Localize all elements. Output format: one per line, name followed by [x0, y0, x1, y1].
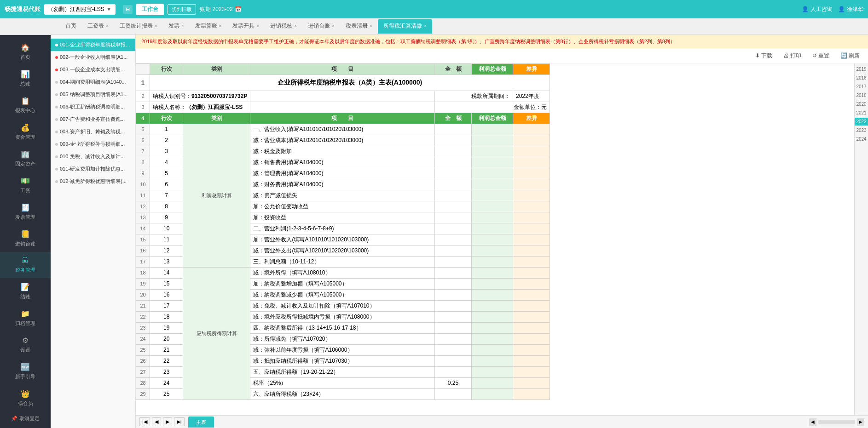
row-amount[interactable]: [435, 344, 472, 355]
prev-tab-button[interactable]: ◀: [152, 417, 161, 426]
row-amount[interactable]: [435, 146, 472, 157]
row-amount[interactable]: [435, 135, 472, 146]
row-amount[interactable]: [435, 223, 472, 234]
timeline-year-2021[interactable]: 2021: [855, 109, 868, 117]
row-amount[interactable]: [435, 289, 472, 300]
row-diff[interactable]: [513, 355, 550, 366]
row-item[interactable]: 减：境外所得（填写A108010）: [250, 267, 435, 278]
row-item[interactable]: 二、营业利润(1-2-3-4-5-6-7-8+9): [250, 223, 435, 234]
row-amount[interactable]: [435, 168, 472, 179]
workbench-button[interactable]: 工作台: [136, 4, 164, 15]
row-item[interactable]: 减：资产减值损失: [250, 190, 435, 201]
sidebar-item-8[interactable]: 🏛税务管理: [0, 252, 51, 278]
row-amount[interactable]: [435, 388, 472, 399]
close-tab-icon[interactable]: ×: [332, 23, 335, 29]
row-item[interactable]: 五、应纳税所得额（19-20-21-22）: [250, 366, 435, 377]
sub-sidebar-item-6[interactable]: 007-广告费和业务宣传费跑...: [51, 113, 135, 126]
close-tab-icon[interactable]: ×: [181, 23, 184, 29]
sub-sidebar-item-9[interactable]: 010-免税、减计收入及加计...: [51, 150, 135, 163]
sub-sidebar-item-11[interactable]: 012-减免所得税优惠明细表(...: [51, 175, 135, 188]
nav-tab[interactable]: 进销台账 ×: [302, 19, 340, 34]
row-diff[interactable]: [513, 212, 550, 223]
row-diff[interactable]: [513, 146, 550, 157]
row-diff[interactable]: [513, 311, 550, 322]
row-amount[interactable]: [435, 256, 472, 267]
cut-old-button[interactable]: 切到旧版: [168, 4, 196, 15]
row-item[interactable]: 减：纳税调整减少额（填写A105000）: [250, 289, 435, 300]
spreadsheet[interactable]: 行次 类别 项 目 全 额 利润总金额 差异 1企业所得税年度纳税申报表（A类）…: [136, 63, 854, 416]
sidebar-item-7[interactable]: 📒进销台账: [0, 225, 51, 252]
row-diff[interactable]: [513, 245, 550, 256]
row-amount[interactable]: [435, 333, 472, 344]
row-diff[interactable]: [513, 179, 550, 190]
row-diff[interactable]: [513, 201, 550, 212]
nav-tab[interactable]: 税表清册 ×: [340, 19, 378, 34]
row-diff[interactable]: [513, 135, 550, 146]
user-profile[interactable]: 👤 徐泽华: [838, 6, 863, 13]
row-item[interactable]: 减：销售费用(填写A104000): [250, 157, 435, 168]
row-profit[interactable]: [472, 157, 513, 168]
row-profit[interactable]: [472, 190, 513, 201]
download-button[interactable]: ⬇ 下载: [752, 51, 775, 61]
close-tab-icon[interactable]: ×: [424, 23, 427, 29]
row-amount[interactable]: [435, 267, 472, 278]
row-diff[interactable]: [513, 124, 550, 135]
row-amount[interactable]: [435, 190, 472, 201]
print-icon-btn[interactable]: ⊟: [123, 5, 133, 14]
row-profit[interactable]: [472, 146, 513, 157]
horizontal-scrollbar[interactable]: [818, 420, 855, 424]
sub-sidebar-item-1[interactable]: 002-一般企业收入明细表(A1...: [51, 51, 135, 63]
row-diff[interactable]: [513, 333, 550, 344]
row-profit[interactable]: [472, 322, 513, 333]
row-profit[interactable]: [472, 355, 513, 366]
row-profit[interactable]: [472, 278, 513, 289]
sub-sidebar-item-0[interactable]: 001-企业所得税年度纳税申报...: [51, 39, 135, 51]
row-item[interactable]: 减：税金及附加: [250, 146, 435, 157]
nav-tab[interactable]: 所得税汇算清缴 ×: [378, 19, 432, 34]
sidebar-item-4[interactable]: 🏢固定资产: [0, 145, 51, 172]
unpin-button[interactable]: 📌 取消固定: [0, 411, 51, 426]
sub-sidebar-item-4[interactable]: 005-纳税调整项目明细表(A1...: [51, 88, 135, 101]
nav-tab[interactable]: 发票开具 ×: [227, 19, 265, 34]
row-diff[interactable]: [513, 344, 550, 355]
nav-tab[interactable]: 进销税核 ×: [265, 19, 302, 34]
company-selector[interactable]: （勿删）江西服宝-LSS ▼: [44, 4, 116, 15]
nav-tab[interactable]: 首页: [60, 19, 82, 34]
sidebar-item-5[interactable]: 💵工资: [0, 172, 51, 199]
row-diff[interactable]: [513, 190, 550, 201]
row-profit[interactable]: [472, 168, 513, 179]
timeline-year-2016[interactable]: 2016: [855, 74, 868, 82]
sidebar-item-12[interactable]: 🆕新手引导: [0, 358, 51, 385]
row-item[interactable]: 减：境外应税所得抵减境内亏损（填写A108000）: [250, 311, 435, 322]
row-amount[interactable]: [435, 124, 472, 135]
sidebar-item-2[interactable]: 📋报表中心: [0, 92, 51, 119]
row-amount[interactable]: [435, 212, 472, 223]
row-profit[interactable]: [472, 124, 513, 135]
sub-sidebar-item-3[interactable]: 004-期间费用明细表(A1040...: [51, 76, 135, 88]
next-tab-button[interactable]: ▶: [163, 417, 172, 426]
row-amount[interactable]: [435, 355, 472, 366]
last-tab-button[interactable]: ▶|: [174, 417, 185, 426]
row-amount[interactable]: [435, 245, 472, 256]
row-diff[interactable]: [513, 300, 550, 311]
row-diff[interactable]: [513, 278, 550, 289]
row-profit[interactable]: [472, 245, 513, 256]
row-profit[interactable]: [472, 311, 513, 322]
sidebar-item-13[interactable]: 👑畅会员: [0, 385, 51, 411]
row-diff[interactable]: [513, 289, 550, 300]
row-amount[interactable]: [435, 322, 472, 333]
row-item[interactable]: 减：营业外支出(填写A102010\102020\103000): [250, 245, 435, 256]
reset-button[interactable]: ↺ 重置: [810, 51, 832, 61]
timeline-year-2023[interactable]: 2023: [855, 126, 868, 134]
refresh-button[interactable]: 🔄 刷新: [838, 51, 862, 61]
row-profit[interactable]: [472, 201, 513, 212]
nav-tab[interactable]: 发票算账 ×: [190, 19, 227, 34]
sidebar-item-10[interactable]: 📁归档管理: [0, 305, 51, 331]
row-amount[interactable]: [435, 278, 472, 289]
sub-sidebar-item-5[interactable]: 006-职工薪酬纳税调整明细...: [51, 101, 135, 113]
row-profit[interactable]: [472, 267, 513, 278]
nav-tab[interactable]: 发票 ×: [163, 19, 190, 34]
row-item[interactable]: 减：所得减免（填写A107020）: [250, 333, 435, 344]
print-button[interactable]: 🖨 打印: [781, 51, 804, 61]
row-item[interactable]: 一、营业收入(填写A101010\101020\103000): [250, 124, 435, 135]
